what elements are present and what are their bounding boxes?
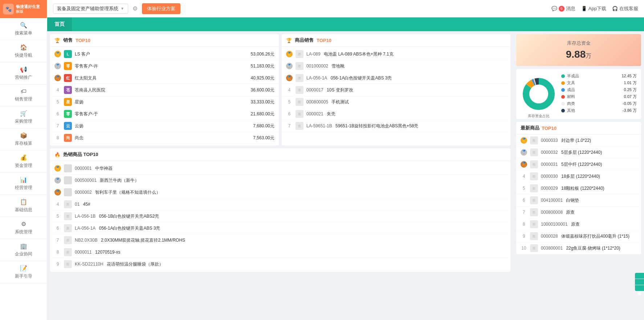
app-download-button[interactable]: 📱 App下载 [581,5,606,12]
sales-row: 🥉 红 红太阳文具 40,925.00元 [50,72,279,84]
sidebar-icon-enterprise: 🏢 [20,243,27,250]
sales-row: 7 云 云扬 7,680.00元 [50,120,279,132]
legend-name: 半成品 [567,73,619,79]
customer-name: 云扬 [75,123,250,129]
product-name: 59651-1B旋转投影灯电池盒ABS黑色+58壳 [335,123,418,128]
new-product-row: 5 图 0000029 18颗粒板 (1220*2440) [516,182,641,194]
sidebar-item-inventory[interactable]: 📦库存核算 [0,128,47,151]
sale-product-row: 🥈 图 001000002 雪地靴 [282,60,510,72]
sidebar-item-quicknav[interactable]: 🏠快捷导航 [0,40,47,62]
fixed-side-btn-0[interactable]: 客服热线 [635,273,644,279]
new-products-header: 最新商品 TOP10 [516,122,641,135]
rank-number: 6 [54,226,61,231]
legend-name: 其他 [567,108,620,113]
sales-amount: 33,333.00元 [251,99,274,105]
sidebar-item-marketing[interactable]: 📢营销推广 [0,62,47,85]
new-product-row: 4 图 0000030 18多层 (1220*2440) [516,171,641,182]
main-area: 装备及固定资产辅助管理系统 ▼ ⚙ 体验行业方案 💬 6 消息 📱 App下载 … [47,0,644,320]
customer-name: 零售客户-许 [75,63,248,69]
trial-button[interactable]: 体验行业方案 [142,3,180,14]
rank-number: 6 [286,111,293,116]
sidebar-item-sales[interactable]: 🏷销售管理 [0,85,47,106]
rank-medal: 🥇 [521,137,527,144]
rank-number: 5 [54,99,61,104]
new-products-top10: TOP10 [542,126,557,131]
legend-value: 0.07 万 [624,94,637,99]
rank-number: 10 [521,246,527,251]
product-name: 夹壳 [327,111,335,116]
legend-item: 文具 1.01 万 [561,80,637,86]
rank-number: 8 [54,250,61,255]
product-info: NB2.0X30B 2.0X30MM双搓花轴,搓花直径2.1MM/ROHS [75,237,506,243]
customer-sales-section: 🏆 销售TOP10 🥇 L LS 客户 53,006.26元🥈 零 零售客户-许… [50,34,279,145]
product-name: 056-1A白色按键开关盖ABS 3壳 [99,226,160,231]
new-products-title: 最新商品 [521,125,539,131]
sidebar: 🐾 畅捷通好生意 标版 🔍搜索菜单🏠快捷导航📢营销推广🏷销售管理🛒采购管理📦库存… [0,0,47,320]
new-product-info: 004100001 白钢垫 [541,197,637,204]
sales-amount: 53,006.26元 [251,51,274,57]
rank-medal: 🥈 [54,177,61,184]
new-product-row: 8 图 10000100001 原查 [516,218,641,230]
new-products-section: 最新商品 TOP10 🥇 图 0000033 封边带 (1.0*22) 🥈 图 … [516,122,641,254]
product-info: 0000011 12070519-xs [75,250,506,255]
product-code: LA-056-1A [75,226,95,231]
sidebar-item-enterprise[interactable]: 🏢企业协同 [0,239,47,261]
sidebar-item-basic[interactable]: 📋基础信息 [0,195,47,217]
hot-product-row: 4图 01 45# [50,198,510,210]
legend-dot [561,74,565,78]
sidebar-label-finance: 资金管理 [15,163,32,169]
sidebar-item-finance[interactable]: 💰资金管理 [0,151,47,173]
sidebar-item-operation[interactable]: 📊经营管理 [0,173,47,195]
product-info: LA-089 电池盖 LA-089 ABS本色+黑种 7.1克 [306,51,506,57]
product-info: 0000002 智利车子里（规格不知道填什么） [75,189,506,196]
fire-icon: 🔥 [54,152,60,157]
customer-avatar: 星 [64,98,72,106]
sidebar-item-search[interactable]: 🔍搜索菜单 [0,18,47,40]
product-info: 0000021 夹壳 [306,111,506,117]
legend-dot [561,95,565,99]
chart-section: 库存资金占比 半成品 12.45 万 文具 1.01 万 成品 0.25 万 材… [516,69,641,119]
sidebar-item-system[interactable]: ⚙系统管理 [0,217,47,239]
product-thumb-empty: 图 [64,248,72,256]
product-thumb-empty: 图 [64,236,72,244]
sidebar-icon-basic: 📋 [20,198,27,205]
fixed-side-btn-1[interactable]: 服务社区 [635,279,644,285]
product-thumb-img [64,176,72,184]
sidebar-icon-inventory: 📦 [20,132,27,139]
new-product-name: 18颗粒板 (1220*2440) [561,186,604,191]
sidebar-label-marketing: 营销推广 [15,74,32,81]
tab-home[interactable]: 首页 [47,17,72,31]
settings-icon[interactable]: ⚙ [133,5,138,12]
legend-name: 文具 [567,80,622,86]
trophy-icon: 🏆 [54,38,60,43]
fixed-side-btn-2[interactable]: 直播 [635,285,644,291]
message-button[interactable]: 💬 6 消息 [551,5,575,12]
rank-number: 8 [54,135,61,140]
new-product-name: 原查 [571,222,580,227]
sidebar-label-guide: 新手引导 [15,273,32,279]
sidebar-item-purchase[interactable]: 🛒采购管理 [0,106,47,128]
new-product-code: 0000030 [541,174,558,179]
online-service-button[interactable]: 🎧 在线客服 [612,5,638,12]
new-product-info: 0000033 封边带 (1.0*22) [541,138,637,144]
sidebar-label-quicknav: 快捷导航 [15,52,32,58]
sales-row: 8 尚 尚念 7,563.00元 [50,132,279,144]
new-product-name: 18多层 (1220*2440) [561,174,600,179]
sales-amount: 36,600.00元 [251,87,274,93]
new-product-thumb: 图 [530,220,538,228]
svg-point-6 [530,86,547,102]
product-thumb: 图 [295,86,303,94]
sidebar-icon-guide: 📝 [20,265,27,272]
rank-number: 4 [521,174,527,179]
product-code: 0000011 [75,250,92,255]
sidebar-icon-search: 🔍 [20,22,27,29]
customer-avatar: 红 [64,74,72,82]
new-product-thumb: 图 [530,208,538,216]
nav-tabs: 首页 [47,17,644,31]
system-selector[interactable]: 装备及固定资产辅助管理系统 ▼ [53,4,128,14]
product-name: 电池盖 LA-089 ABS本色+黑种 7.1克 [324,52,394,57]
sidebar-label-enterprise: 企业协同 [15,251,32,257]
sidebar-item-guide[interactable]: 📝新手引导 [0,261,47,283]
product-name: 12070519-xs [95,250,120,255]
rank-number: 4 [286,87,293,93]
